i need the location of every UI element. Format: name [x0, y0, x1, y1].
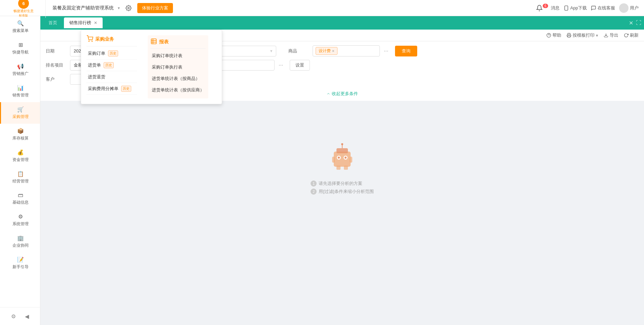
goods-tag-remove[interactable]: ×	[332, 49, 334, 53]
goods-filter-input[interactable]: 设计费 ×	[313, 45, 380, 56]
help-btn[interactable]: 帮助	[546, 32, 561, 38]
logo-sub: 标准版	[19, 13, 28, 18]
system-title: 装餐及固定资产辅助管理系统	[52, 5, 114, 11]
tab-maximize-area: ✕ ⛶	[629, 20, 641, 26]
notification-label: 消息	[551, 5, 560, 11]
svg-text:6: 6	[22, 1, 25, 6]
goods-tag-label: 设计费	[319, 48, 331, 54]
print-btn[interactable]: 按模板打印 ▾	[567, 32, 598, 38]
tip-text-1: 请先选择要分析的方案	[319, 180, 362, 187]
svg-point-21	[89, 41, 90, 42]
sidebar-item-stock[interactable]: 📦 库存核算	[0, 124, 40, 145]
menu-item-purchase-order-stat[interactable]: 采购订单统计表	[150, 50, 206, 62]
svg-point-20	[341, 143, 343, 145]
sidebar-item-system[interactable]: ⚙ 系统管理	[0, 209, 40, 231]
corp-icon: 🏢	[17, 235, 24, 241]
refresh-btn[interactable]: 刷新	[624, 32, 639, 38]
stockin-by-supplier-label: 进货单统计表（按供应商）	[152, 87, 204, 93]
tab-home[interactable]: 首页	[43, 17, 63, 28]
settings-btn[interactable]: 设置	[290, 60, 310, 71]
notification-badge: 6	[543, 4, 548, 8]
sidebar-item-finance[interactable]: 💰 资金管理	[0, 145, 40, 167]
svg-rect-18	[344, 166, 348, 170]
sidebar-collapse-btn[interactable]: ◀	[22, 311, 32, 322]
refresh-label: 刷新	[630, 32, 639, 38]
sidebar-item-guide[interactable]: 📝 新手引导	[0, 252, 40, 274]
menu-item-purchase-order-exec[interactable]: 采购订单执行表	[150, 62, 206, 73]
report-menu-section: 报表 采购订单统计表 采购订单执行表 进货单统计表（按商品） 进货单统计表（按供…	[148, 35, 208, 98]
sidebar-bottom: ⚙ ◀	[0, 307, 40, 325]
menu-item-stockin-by-goods[interactable]: 进货单统计表（按商品）	[150, 73, 206, 84]
menu-item-stock-in[interactable]: 进货单 历史	[86, 59, 137, 71]
user-label: 用户	[630, 5, 639, 11]
goods-label: 商品	[288, 48, 309, 54]
goods-more-icon[interactable]: ···	[384, 48, 388, 54]
menu-item-stockin-by-supplier[interactable]: 进货单统计表（按供应商）	[150, 84, 206, 96]
sidebar-item-purchase[interactable]: 🛒 采购管理	[0, 102, 40, 124]
export-label: 导出	[610, 32, 618, 38]
svg-point-22	[92, 41, 93, 42]
svg-rect-16	[350, 157, 352, 163]
search-icon: 🔍	[17, 20, 24, 27]
export-btn[interactable]: 导出	[604, 32, 618, 38]
collapse-btn[interactable]: 收起更多条件	[326, 91, 358, 97]
manage-icon: 📋	[17, 171, 24, 177]
report-section-title: 报表	[150, 38, 206, 49]
logo-icon: 6	[18, 0, 29, 9]
svg-point-2	[128, 7, 130, 9]
print-label: 按模板打印	[573, 32, 595, 38]
sidebar-label-guide: 新手引导	[12, 264, 29, 270]
svg-rect-15	[332, 157, 335, 163]
salesperson-more-icon[interactable]: ···	[279, 62, 283, 68]
tip-text-2: 用[过滤]条件来缩小分析范围	[319, 189, 373, 195]
sidebar-settings-btn[interactable]: ⚙	[8, 311, 19, 322]
svg-rect-10	[336, 148, 348, 153]
sidebar-item-manage[interactable]: 📋 经营管理	[0, 167, 40, 188]
app-download-btn[interactable]: App下载	[564, 5, 587, 11]
settings-icon[interactable]	[124, 3, 133, 13]
svg-rect-17	[336, 166, 341, 170]
collapse-icon	[326, 92, 330, 96]
voucher-status-arrow: ▾	[270, 48, 273, 53]
tip-num-1: 1	[311, 180, 317, 187]
svg-rect-23	[151, 39, 156, 44]
industry-btn[interactable]: 体验行业方案	[137, 3, 173, 13]
svg-rect-7	[568, 36, 570, 37]
online-service-label: 在线客服	[598, 5, 615, 11]
purchase-order-stat-label: 采购订单统计表	[152, 53, 182, 59]
tab-sales-rank[interactable]: 销售排行榜 ✕	[64, 17, 103, 28]
user-btn[interactable]: 用户	[619, 3, 639, 13]
sidebar-item-marketing[interactable]: 📢 营销推广	[0, 59, 40, 81]
menu-item-stock-return[interactable]: 进货退货	[86, 71, 137, 83]
online-service-btn[interactable]: 在线客服	[591, 5, 615, 11]
print-dropdown-icon[interactable]: ▾	[596, 33, 598, 38]
purchase-section-label: 采购业务	[95, 36, 114, 42]
menu-item-purchase-fee[interactable]: 采购费用分摊单 历史	[86, 83, 137, 95]
sidebar-label-system: 系统管理	[12, 221, 29, 227]
export-icon	[604, 33, 608, 38]
top-header: 6 畅捷通好生意 标准版 装餐及固定资产辅助管理系统 ▾ 体验行业方案 6 消息…	[0, 0, 644, 16]
hist-badge-stock-in: 历史	[104, 62, 114, 68]
sidebar-item-info[interactable]: 🗃 基础信息	[0, 188, 40, 209]
sidebar-label-corp: 企业协同	[12, 243, 29, 248]
empty-tip-2: 2 用[过滤]条件来缩小分析范围	[311, 189, 373, 195]
empty-tips: 1 请先选择要分析的方案 2 用[过滤]条件来缩小分析范围	[311, 180, 373, 195]
info-icon: 🗃	[18, 192, 23, 198]
sidebar-label-nav: 快捷导航	[12, 49, 29, 55]
menu-item-purchase-order[interactable]: 采购订单 历史	[86, 48, 137, 59]
sidebar-item-corp[interactable]: 🏢 企业协同	[0, 231, 40, 252]
date-label: 日期	[46, 48, 66, 54]
sidebar-item-sales[interactable]: 📊 销售管理	[0, 81, 40, 102]
guide-icon: 📝	[17, 256, 24, 263]
sidebar-item-nav[interactable]: ⊞ 快捷导航	[0, 38, 40, 59]
query-btn[interactable]: 查询	[395, 46, 417, 56]
notification-btn[interactable]: 6 消息	[536, 5, 560, 11]
sidebar-label-manage: 经营管理	[12, 178, 29, 184]
system-title-arrow[interactable]: ▾	[118, 6, 120, 10]
sidebar-label-stock: 库存核算	[12, 135, 29, 141]
tab-fullscreen-icon[interactable]: ⛶	[636, 20, 641, 26]
tab-close-window-icon[interactable]: ✕	[629, 20, 633, 26]
purchase-order-label: 采购订单	[88, 50, 105, 56]
tab-close-icon[interactable]: ✕	[94, 21, 97, 25]
sidebar-item-search[interactable]: 🔍 搜索菜单	[0, 16, 40, 38]
